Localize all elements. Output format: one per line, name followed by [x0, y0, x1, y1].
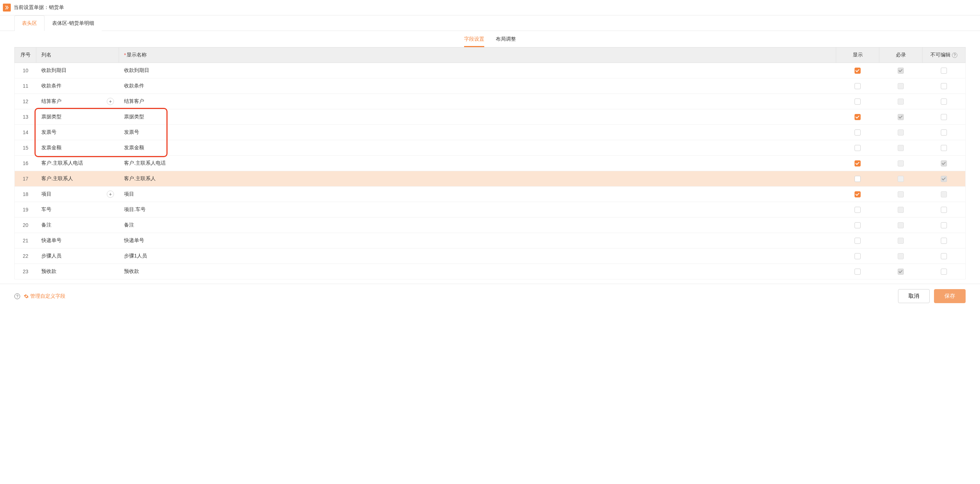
- row-show-cell: [836, 109, 879, 124]
- table-row: 12结算客户+结算客户: [15, 94, 965, 109]
- checkbox[interactable]: [854, 160, 861, 167]
- checkbox: [898, 145, 904, 151]
- checkbox[interactable]: [941, 269, 947, 275]
- checkbox[interactable]: [941, 238, 947, 244]
- add-sub-field-button[interactable]: +: [107, 191, 114, 198]
- primary-tab[interactable]: 表体区-销货单明细: [45, 16, 102, 31]
- row-display-name[interactable]: 票据类型: [119, 109, 836, 124]
- row-display-name[interactable]: 发票金额: [119, 140, 836, 155]
- col-header-name: 列名: [36, 48, 119, 62]
- row-required-cell: [879, 218, 922, 232]
- checkbox: [941, 191, 947, 197]
- row-display-name[interactable]: 项目.车号: [119, 202, 836, 217]
- gear-icon: [24, 294, 29, 299]
- checkbox: [898, 238, 904, 244]
- manage-custom-fields-link[interactable]: 管理自定义字段: [24, 293, 65, 299]
- row-display-name[interactable]: 客户.主联系人电话: [119, 156, 836, 171]
- checkbox[interactable]: [854, 114, 861, 120]
- row-readonly-cell: [922, 186, 965, 202]
- checkbox[interactable]: [854, 99, 861, 105]
- table-row: 22步骤人员步骤1人员: [15, 248, 965, 264]
- checkbox[interactable]: [941, 145, 947, 151]
- checkbox: [898, 99, 904, 105]
- checkbox[interactable]: [941, 83, 947, 89]
- row-display-name[interactable]: 项目: [119, 186, 836, 202]
- checkbox[interactable]: [941, 207, 947, 213]
- row-required-cell: [879, 63, 922, 78]
- title-label: 当前设置单据：: [14, 4, 49, 11]
- primary-tabs: 表头区表体区-销货单明细: [0, 15, 980, 31]
- row-display-name[interactable]: 预收款: [119, 264, 836, 279]
- checkbox[interactable]: [854, 176, 861, 182]
- row-required-cell: [879, 156, 922, 171]
- sub-tabs: 字段设置布局调整: [0, 31, 980, 47]
- row-readonly-cell: [922, 171, 965, 186]
- row-column-name: 发票金额: [36, 140, 119, 155]
- row-index: 21: [15, 233, 36, 248]
- sub-tab[interactable]: 布局调整: [496, 36, 516, 47]
- help-icon[interactable]: ?: [952, 53, 957, 58]
- row-show-cell: [836, 218, 879, 232]
- checkbox: [898, 129, 904, 135]
- checkbox: [898, 114, 904, 120]
- row-column-name: 结算客户+: [36, 94, 119, 109]
- row-readonly-cell: [922, 94, 965, 109]
- expand-sidebar-button[interactable]: [3, 3, 11, 11]
- checkbox[interactable]: [941, 253, 947, 259]
- row-required-cell: [879, 248, 922, 264]
- checkbox[interactable]: [941, 114, 947, 120]
- col-header-display: *显示名称: [119, 48, 836, 62]
- row-index: 19: [15, 202, 36, 217]
- row-display-name[interactable]: 发票号: [119, 125, 836, 140]
- row-index: 17: [15, 171, 36, 186]
- sub-tab[interactable]: 字段设置: [464, 36, 484, 47]
- table-row: 16客户.主联系人电话客户.主联系人电话: [15, 156, 965, 171]
- row-display-name[interactable]: 备注: [119, 218, 836, 232]
- row-column-name: 车号: [36, 202, 119, 217]
- row-display-name[interactable]: 收款到期日: [119, 63, 836, 78]
- help-icon[interactable]: ?: [14, 293, 20, 299]
- col-header-show: 显示: [836, 48, 879, 62]
- checkbox[interactable]: [854, 68, 861, 74]
- checkbox[interactable]: [854, 253, 861, 259]
- cancel-button[interactable]: 取消: [898, 289, 930, 303]
- row-display-name[interactable]: 快递单号: [119, 233, 836, 248]
- checkbox[interactable]: [854, 145, 861, 151]
- row-show-cell: [836, 78, 879, 94]
- checkbox[interactable]: [854, 129, 861, 135]
- row-required-cell: [879, 233, 922, 248]
- row-display-name[interactable]: 步骤1人员: [119, 248, 836, 264]
- row-readonly-cell: [922, 140, 965, 155]
- table-row: 18项目+项目: [15, 186, 965, 202]
- row-readonly-cell: [922, 233, 965, 248]
- row-display-name[interactable]: 结算客户: [119, 94, 836, 109]
- checkbox[interactable]: [941, 99, 947, 105]
- table-row: 10收款到期日收款到期日: [15, 63, 965, 78]
- row-column-name: 客户.主联系人电话: [36, 156, 119, 171]
- row-show-cell: [836, 264, 879, 279]
- checkbox[interactable]: [854, 269, 861, 275]
- table-row: 23预收款预收款: [15, 264, 965, 279]
- row-display-name[interactable]: 收款条件: [119, 78, 836, 94]
- table-row: 21快递单号快递单号: [15, 233, 965, 248]
- checkbox[interactable]: [854, 191, 861, 197]
- checkbox[interactable]: [941, 222, 947, 228]
- checkbox[interactable]: [854, 238, 861, 244]
- add-sub-field-button[interactable]: +: [107, 98, 114, 105]
- table-row: 14发票号发票号: [15, 125, 965, 140]
- checkbox[interactable]: [854, 222, 861, 228]
- row-column-name: 预收款: [36, 264, 119, 279]
- row-display-name[interactable]: 客户.主联系人: [119, 171, 836, 186]
- row-required-cell: [879, 125, 922, 140]
- row-readonly-cell: [922, 156, 965, 171]
- checkbox: [898, 269, 904, 275]
- checkbox[interactable]: [854, 83, 861, 89]
- checkbox[interactable]: [941, 68, 947, 74]
- primary-tab[interactable]: 表头区: [14, 16, 45, 31]
- checkbox[interactable]: [854, 207, 861, 213]
- row-column-name: 项目+: [36, 186, 119, 202]
- save-button[interactable]: 保存: [934, 289, 966, 303]
- row-required-cell: [879, 264, 922, 279]
- row-index: 23: [15, 264, 36, 279]
- checkbox[interactable]: [941, 129, 947, 135]
